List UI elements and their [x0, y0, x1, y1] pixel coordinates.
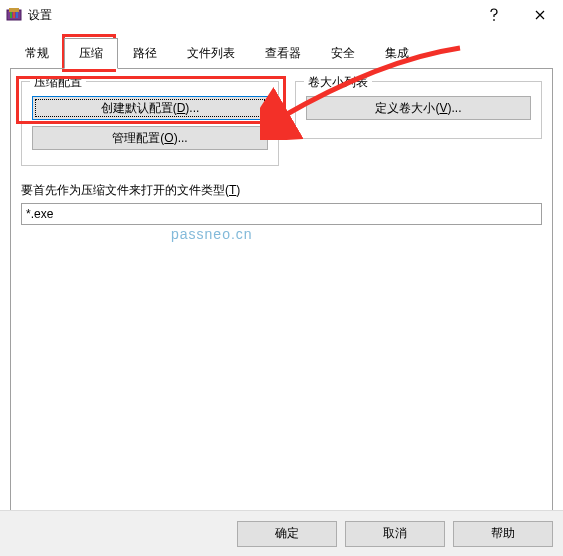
group-title-profiles: 压缩配置 [30, 74, 86, 91]
tab-paths[interactable]: 路径 [118, 38, 172, 69]
create-default-profile-button[interactable]: 创建默认配置(D)... [32, 96, 268, 120]
svg-rect-3 [13, 12, 15, 18]
tab-strip: 常规 压缩 路径 文件列表 查看器 安全 集成 [10, 38, 553, 69]
svg-rect-4 [16, 12, 18, 18]
group-title-volumes: 卷大小列表 [304, 74, 372, 91]
svg-rect-2 [10, 12, 12, 18]
dialog-footer: 确定 取消 帮助 [0, 510, 563, 556]
tab-security[interactable]: 安全 [316, 38, 370, 69]
filetype-input[interactable] [21, 203, 542, 225]
ok-button[interactable]: 确定 [237, 521, 337, 547]
help-button[interactable] [471, 0, 517, 30]
app-icon [6, 7, 22, 23]
group-compression-profiles: 压缩配置 创建默认配置(D)... 管理配置(O)... [21, 81, 279, 166]
watermark-text: passneo.cn [171, 226, 253, 242]
filetype-label: 要首先作为压缩文件来打开的文件类型(T) [21, 182, 542, 199]
tab-filelist[interactable]: 文件列表 [172, 38, 250, 69]
define-volume-size-button[interactable]: 定义卷大小(V)... [306, 96, 531, 120]
titlebar: 设置 [0, 0, 563, 30]
tab-panel: 压缩配置 创建默认配置(D)... 管理配置(O)... 卷大小列表 定义卷大小… [10, 68, 553, 512]
tab-general[interactable]: 常规 [10, 38, 64, 69]
cancel-button[interactable]: 取消 [345, 521, 445, 547]
help-footer-button[interactable]: 帮助 [453, 521, 553, 547]
button-label: 创建默认配置(D)... [101, 100, 200, 117]
tab-integration[interactable]: 集成 [370, 38, 424, 69]
button-label: 定义卷大小(V)... [375, 100, 461, 117]
group-volume-sizes: 卷大小列表 定义卷大小(V)... [295, 81, 542, 139]
tab-compression[interactable]: 压缩 [64, 38, 118, 69]
close-button[interactable] [517, 0, 563, 30]
button-label: 管理配置(O)... [112, 130, 187, 147]
window-title: 设置 [28, 7, 471, 24]
svg-rect-1 [9, 8, 19, 12]
manage-profiles-button[interactable]: 管理配置(O)... [32, 126, 268, 150]
tab-viewer[interactable]: 查看器 [250, 38, 316, 69]
